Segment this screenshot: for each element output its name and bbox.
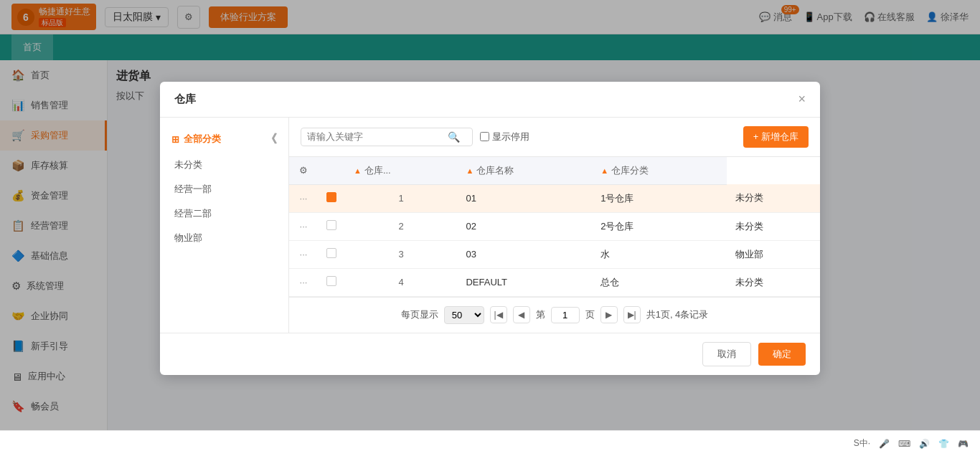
shirt-icon: 👕 [938,439,949,449]
sort-icon-cat: ▲ [600,166,608,175]
category-item-dept1[interactable]: 经营一部 [160,177,288,201]
row-checkbox[interactable] [318,268,345,296]
category-header: ⊞ 全部分类 《 [160,126,288,153]
row-num: 4 [345,268,457,296]
row-checkbox[interactable] [318,212,345,240]
row-category: 未分类 [727,184,820,212]
grid-icon: ⊞ [171,134,179,145]
total-records: 共1页, 4条记录 [646,308,709,321]
prev-page-button[interactable]: ◀ [513,306,530,323]
search-icon[interactable]: 🔍 [448,131,460,143]
warehouse-modal: 仓库 × ⊞ 全部分类 《 未分类 经营一部 经营二部 物业部 [160,82,820,375]
modal-footer: 取消 确定 [160,333,820,375]
last-page-button[interactable]: ▶| [623,306,641,323]
category-panel: ⊞ 全部分类 《 未分类 经营一部 经营二部 物业部 [160,118,289,333]
page-suffix: 页 [585,308,595,321]
per-page-select[interactable]: 50 10 20 100 [444,306,484,324]
sound-icon: 🔊 [919,439,930,449]
mic-icon: 🎤 [879,439,890,449]
th-gear: ⚙ [289,157,318,185]
modal-close-button[interactable]: × [798,92,806,107]
first-page-button[interactable]: |◀ [490,306,507,323]
pagination: 每页显示 50 10 20 100 |◀ ◀ 第 页 ▶ ▶| 共1页, 4条记… [289,297,820,333]
search-wrap: 🔍 [301,128,473,146]
row-category: 未分类 [727,212,820,240]
table-row[interactable]: ··· 1 01 1号仓库 未分类 [289,184,820,212]
warehouse-table: ⚙ ▲ 仓库... ▲ [289,157,820,297]
confirm-button[interactable]: 确定 [758,343,806,366]
row-category: 物业部 [727,240,820,268]
row-code: DEFAULT [457,268,592,296]
table-row[interactable]: ··· 4 DEFAULT 总仓 未分类 [289,268,820,296]
row-code: 02 [457,212,592,240]
page-number-input[interactable] [551,307,580,323]
category-item-property[interactable]: 物业部 [160,226,288,250]
content-panel: 🔍 显示停用 + 新增仓库 ⚙ [289,118,820,333]
modal-body: ⊞ 全部分类 《 未分类 经营一部 经营二部 物业部 🔍 [160,118,820,333]
category-header-label: 全部分类 [184,133,221,146]
search-input[interactable] [307,131,443,142]
table: ⚙ ▲ 仓库... ▲ [289,157,820,297]
cancel-button[interactable]: 取消 [702,342,751,366]
add-warehouse-button[interactable]: + 新增仓库 [743,126,809,148]
row-gear[interactable]: ··· [289,184,318,212]
row-gear[interactable]: ··· [289,268,318,296]
modal-header: 仓库 × [160,82,820,118]
th-category: ▲ 仓库分类 [592,157,727,185]
category-item-dept2[interactable]: 经营二部 [160,201,288,226]
row-name: 2号仓库 [592,212,727,240]
table-header-row: ⚙ ▲ 仓库... ▲ [289,157,820,185]
status-bar: S中· 🎤 ⌨ 🔊 👕 🎮 [0,430,980,456]
table-toolbar: 🔍 显示停用 + 新增仓库 [289,118,820,157]
row-gear[interactable]: ··· [289,212,318,240]
th-name: ▲ 仓库名称 [457,157,592,185]
row-num: 1 [345,184,457,212]
row-num: 2 [345,212,457,240]
row-code: 01 [457,184,592,212]
row-checkbox[interactable] [318,240,345,268]
row-gear[interactable]: ··· [289,240,318,268]
modal-title: 仓库 [174,92,196,106]
table-row[interactable]: ··· 3 03 水 物业部 [289,240,820,268]
row-category: 未分类 [727,268,820,296]
modal-overlay: 仓库 × ⊞ 全部分类 《 未分类 经营一部 经营二部 物业部 [0,0,980,456]
category-item-uncategorized[interactable]: 未分类 [160,153,288,177]
show-disabled-label[interactable]: 显示停用 [480,130,529,143]
table-row[interactable]: ··· 2 02 2号仓库 未分类 [289,212,820,240]
sort-icon-code: ▲ [354,166,362,175]
th-check [318,157,345,185]
input-method: S中· [854,437,870,450]
page-prefix: 第 [536,308,545,321]
row-name: 水 [592,240,727,268]
th-code: ▲ 仓库... [345,157,457,185]
collapse-button[interactable]: 《 [265,132,277,147]
row-name: 总仓 [592,268,727,296]
row-code: 03 [457,240,592,268]
next-page-button[interactable]: ▶ [600,306,618,323]
row-num: 3 [345,240,457,268]
show-disabled-checkbox[interactable] [480,132,489,141]
game-icon: 🎮 [958,439,969,449]
keyboard-icon: ⌨ [898,439,910,449]
per-page-label: 每页显示 [401,308,438,321]
row-checkbox[interactable] [318,184,345,212]
sort-icon-name: ▲ [466,166,473,175]
row-name: 1号仓库 [592,184,727,212]
